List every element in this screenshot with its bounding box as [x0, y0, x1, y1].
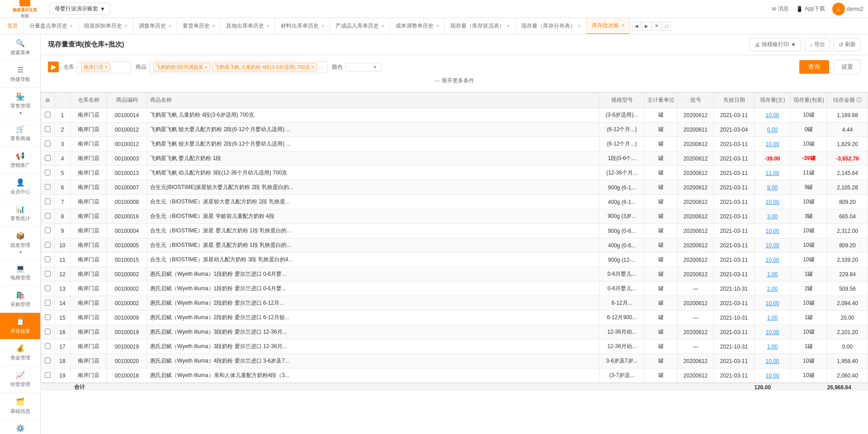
sidebar-item-member[interactable]: 👤 会员中心	[0, 174, 40, 200]
sidebar-item-search[interactable]: 🔍 搜索英单	[0, 34, 40, 61]
td-stock-main[interactable]: 1.00	[755, 340, 791, 354]
close-icon[interactable]: ×	[212, 24, 215, 28]
warehouse-tag-close[interactable]: ×	[105, 65, 108, 70]
goods-tag-1-close[interactable]: ×	[205, 65, 208, 70]
goods-filter-input[interactable]: 飞鹤奶粉3段丙调提装 × 飞鹤星飞帆 儿童奶粉 4段(3-6岁适用) 700克 …	[149, 61, 327, 73]
row-checkbox[interactable]	[45, 271, 51, 277]
btn-refresh[interactable]: ↺ 刷新	[834, 38, 861, 51]
nav-close-all[interactable]: ✕	[652, 22, 661, 31]
tab-yao-huo[interactable]: 要货单历史 ×	[177, 18, 221, 34]
close-icon[interactable]: ×	[321, 24, 324, 28]
filter-expand-more[interactable]: ⋯ 展开更多条件	[48, 74, 861, 87]
nav-maximize[interactable]: □	[662, 22, 671, 31]
row-checkbox[interactable]	[45, 198, 51, 204]
tab-chan-pin[interactable]: 产成品入库单历史 ×	[330, 18, 390, 34]
close-icon[interactable]: ×	[578, 24, 581, 28]
sidebar-item-system[interactable]: ⚙️ 系统管理	[0, 420, 40, 434]
btn-export[interactable]: ↓ 导出	[805, 38, 830, 51]
tab-zu-zhuai[interactable]: 组装拆卸单历史 ×	[79, 18, 133, 34]
td-stock-main[interactable]: 10.00	[755, 137, 791, 151]
sidebar-item-basic[interactable]: 🗂️ 基础信息	[0, 393, 40, 420]
tab-ku-cun-pi[interactable]: 库存批次账 ×	[586, 18, 630, 34]
td-stock-main[interactable]: 11.00	[755, 166, 791, 180]
goods-tag-2-close[interactable]: ×	[311, 65, 314, 70]
filter-expand-btn[interactable]: ▶	[48, 61, 59, 72]
sidebar-item-operation[interactable]: 📈 经营管理	[0, 366, 40, 393]
sidebar-item-purchase[interactable]: 🛍️ 采购管理	[0, 286, 40, 313]
row-checkbox[interactable]	[45, 358, 51, 363]
td-stock-main[interactable]: 10.00	[755, 368, 791, 383]
td-stock-main[interactable]: 9.00	[755, 180, 791, 195]
tab-home[interactable]: 首页	[2, 18, 24, 34]
td-stock-main[interactable]: 1.00	[755, 267, 791, 282]
sidebar-item-ecommerce[interactable]: 💻 电商管理	[0, 259, 40, 286]
row-checkbox[interactable]	[45, 242, 51, 248]
row-checkbox[interactable]	[45, 126, 51, 132]
messages-btn[interactable]: ✉ 消息	[772, 5, 789, 13]
color-filter-input[interactable]: ▼	[345, 63, 382, 71]
btn-template-print[interactable]: 🖨 按模板打印 ▼	[750, 38, 801, 51]
sidebar-item-wholesale[interactable]: 📦 批发管理 ▼	[0, 227, 40, 259]
close-icon[interactable]: ×	[70, 24, 73, 28]
td-stock-main[interactable]: 10.00	[755, 253, 791, 267]
sidebar-item-finance[interactable]: 💰 资金管理	[0, 340, 40, 366]
row-checkbox[interactable]	[45, 285, 51, 291]
row-checkbox[interactable]	[45, 184, 51, 190]
td-stock-main[interactable]: 10.00	[755, 108, 791, 123]
tab-xian-cun-fenpei[interactable]: 现存量（库存分布表） ×	[516, 18, 587, 34]
sidebar-item-nav[interactable]: ☰ 快捷导航	[0, 61, 40, 88]
td-stock-main[interactable]: 3.00	[755, 209, 791, 224]
td-stock-main[interactable]: -39.00	[755, 151, 791, 166]
td-stock-main[interactable]: 10.00	[755, 325, 791, 340]
row-checkbox[interactable]	[45, 213, 51, 219]
nav-scroll-left[interactable]: ◀	[632, 22, 641, 31]
sidebar-item-retail-shop[interactable]: 🛒 零售商城	[0, 120, 40, 147]
row-checkbox[interactable]	[45, 170, 51, 175]
btn-search[interactable]: 查询	[799, 60, 829, 74]
row-checkbox[interactable]	[45, 314, 51, 320]
close-icon[interactable]: ×	[169, 24, 171, 28]
tab-qi-ta[interactable]: 其他出库单历史 ×	[221, 18, 275, 34]
btn-settings[interactable]: 设置	[834, 60, 861, 74]
td-stock-main[interactable]: 10.00	[755, 296, 791, 311]
row-checkbox[interactable]	[45, 343, 51, 349]
td-stock-main[interactable]: 10.00	[755, 195, 791, 209]
tab-cai-liao[interactable]: 材料出库单历史 ×	[275, 18, 330, 34]
row-checkbox[interactable]	[45, 141, 51, 146]
row-checkbox[interactable]	[45, 155, 51, 161]
close-icon[interactable]: ×	[267, 24, 269, 28]
sidebar-item-stats[interactable]: 📊 零售统计	[0, 200, 40, 227]
close-icon[interactable]: ×	[382, 24, 384, 28]
row-checkbox[interactable]	[45, 227, 51, 233]
td-batch: —	[678, 282, 714, 296]
td-stock-main[interactable]: 2.00	[755, 282, 791, 296]
th-gear[interactable]: ⚙	[41, 93, 55, 108]
td-stock-main[interactable]: 10.00	[755, 354, 791, 368]
td-stock-main[interactable]: 10.00	[755, 238, 791, 253]
td-stock-main[interactable]: 0.00	[755, 123, 791, 137]
close-icon[interactable]: ×	[125, 24, 127, 28]
close-icon[interactable]: ×	[436, 24, 439, 28]
tab-xian-cun-kucun[interactable]: 现存量（库存状况表） ×	[445, 18, 516, 34]
sidebar-item-marketing[interactable]: 📢 营销推广	[0, 147, 40, 174]
sidebar-item-retail[interactable]: 🏪 零售管理 ▼	[0, 88, 40, 120]
tab-tiao-bo[interactable]: 调拨单历史 ×	[133, 18, 177, 34]
td-stock-main[interactable]: 10.00	[755, 224, 791, 238]
warehouse-filter-input[interactable]: 南岸门店 ×	[77, 61, 131, 73]
user-area[interactable]: E demo2	[832, 3, 863, 15]
row-checkbox[interactable]	[45, 256, 51, 262]
row-checkbox[interactable]	[45, 329, 51, 335]
row-checkbox[interactable]	[45, 300, 51, 306]
td-stock-main[interactable]: 1.00	[755, 311, 791, 325]
tab-fen-pan[interactable]: 分量盘点单历史 ×	[24, 18, 79, 34]
sidebar-item-inventory[interactable]: 📋 库存核算	[0, 313, 40, 340]
tab-cheng-ben[interactable]: 成本调整单历史 ×	[390, 18, 445, 34]
app-download-btn[interactable]: 📱 App下载	[796, 5, 825, 13]
close-icon[interactable]: ×	[622, 23, 624, 28]
td-index: 9	[55, 224, 71, 238]
workspace-selector[interactable]: 母婴行业演示账套 ▼	[50, 3, 110, 15]
row-checkbox[interactable]	[45, 112, 51, 118]
row-checkbox[interactable]	[45, 372, 51, 378]
close-icon[interactable]: ×	[507, 24, 510, 28]
nav-scroll-right[interactable]: ▶	[642, 22, 651, 31]
